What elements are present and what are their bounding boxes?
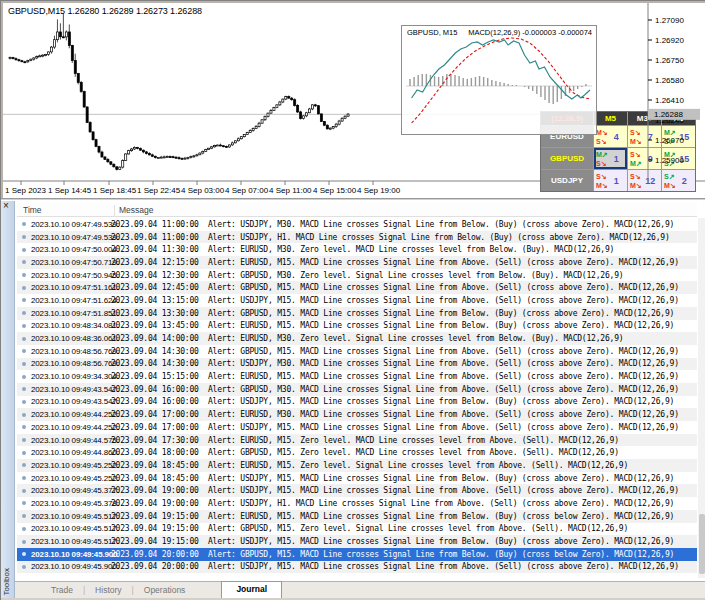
tab-operations[interactable]: Operations	[134, 583, 196, 598]
journal-row[interactable]: 2023.10.10 09:49:45.2522023.09.04 18:45:…	[17, 459, 697, 472]
journal-scrollbar[interactable]	[698, 218, 705, 578]
m-down-arrow-icon: M↘	[630, 181, 642, 190]
journal-row[interactable]: 2023.10.10 09:49:43.5472023.09.04 16:00:…	[17, 383, 697, 396]
journal-event-icon	[22, 425, 26, 429]
journal-row[interactable]: 2023.10.10 09:49:45.3772023.09.04 19:00:…	[17, 484, 697, 497]
journal-row[interactable]: 2023.10.10 09:48:34.0812023.09.04 13:45:…	[17, 320, 697, 333]
journal-message: 2023.09.04 16:00:00 Alert: GBPUSD, M30. …	[111, 385, 697, 394]
journal-row[interactable]: 2023.10.10 09:47:49.5392023.09.04 11:00:…	[17, 218, 697, 231]
journal-time: 2023.10.10 09:47:50.004	[31, 245, 111, 254]
journal-row[interactable]: 2023.10.10 09:47:50.0042023.09.04 11:30:…	[17, 243, 697, 256]
journal-row[interactable]: 2023.10.10 09:49:44.5752023.09.04 17:30:…	[17, 434, 697, 447]
journal-row[interactable]: 2023.10.10 09:47:51.8512023.09.04 13:30:…	[17, 307, 697, 320]
journal-event-icon	[22, 362, 26, 366]
matrix-header-H1[interactable]: H1	[662, 112, 695, 125]
journal-time: 2023.10.10 09:49:44.252	[31, 410, 111, 419]
price-chart-window[interactable]: 1 Sep 20231 Sep 14:451 Sep 18:451 Sep 22…	[1, 1, 705, 198]
journal-event-icon	[22, 565, 26, 569]
m-down-arrow-icon: M↘	[596, 181, 608, 190]
journal-row[interactable]: 2023.10.10 09:49:45.9002023.09.04 20:00:…	[17, 561, 697, 574]
tab-journal[interactable]: Journal	[221, 581, 282, 598]
matrix-cell-GBPUSD-M5[interactable]: M↗S↘1	[594, 148, 627, 169]
m-up-arrow-icon: M↗	[596, 150, 608, 159]
column-header-message[interactable]: Message	[114, 205, 154, 217]
matrix-cell-EURUSD-M30[interactable]: S↘M↘7	[628, 126, 661, 147]
matrix-cell-USDJPY-M5[interactable]: S↘M↘1	[594, 170, 627, 191]
journal-row[interactable]: 2023.10.10 09:47:50.7192023.09.04 12:15:…	[17, 256, 697, 269]
journal-message: 2023.09.04 17:00:00 Alert: USDJPY, M15. …	[111, 423, 697, 432]
matrix-cell-EURUSD-H1[interactable]: M↗S↗15	[662, 126, 695, 147]
journal-event-icon	[22, 527, 26, 531]
journal-message: 2023.09.04 17:00:00 Alert: EURUSD, M30. …	[111, 410, 697, 419]
journal-time: 2023.10.10 09:49:44.252	[31, 423, 111, 432]
journal-message: 2023.09.04 11:00:00 Alert: USDJPY, M30. …	[111, 220, 697, 229]
journal-row[interactable]: 2023.10.10 09:48:56.7692023.09.04 14:30:…	[17, 345, 697, 358]
journal-time: 2023.10.10 09:47:50.945	[31, 271, 111, 280]
matrix-cell-GBPUSD-M30[interactable]: S↘M↗9	[628, 148, 661, 169]
tab-trade[interactable]: Trade	[41, 583, 83, 598]
m-up-arrow-icon: M↗	[630, 159, 642, 168]
journal-row[interactable]: 2023.10.10 09:49:45.5172023.09.04 19:15:…	[17, 523, 697, 536]
journal-row[interactable]: 2023.10.10 09:49:44.2522023.09.04 17:00:…	[17, 408, 697, 421]
journal-row[interactable]: 2023.10.10 09:49:45.5172023.09.04 19:15:…	[17, 535, 697, 548]
journal-message: 2023.09.04 14:00:00 Alert: EURUSD, M30. …	[111, 334, 697, 343]
m-up-arrow-icon: M↗	[664, 128, 676, 137]
journal-event-icon	[22, 298, 26, 302]
m-down-arrow-icon: M↘	[596, 128, 608, 137]
journal-event-icon	[22, 451, 26, 455]
matrix-cell-value: 15	[676, 132, 693, 142]
matrix-cell-GBPUSD-H1[interactable]: M↗S↗15	[662, 148, 695, 169]
journal-time: 2023.10.10 09:49:34.304	[31, 372, 111, 381]
journal-row[interactable]: 2023.10.10 09:48:56.7692023.09.04 14:30:…	[17, 358, 697, 371]
journal-row[interactable]: 2023.10.10 09:47:49.5392023.09.04 11:00:…	[17, 231, 697, 244]
journal-message: 2023.09.04 19:15:00 Alert: USDJPY, M15. …	[111, 537, 697, 546]
journal-message: 2023.09.04 19:00:00 Alert: USDJPY, H1. M…	[111, 499, 697, 508]
journal-row[interactable]: 2023.10.10 09:49:45.3782023.09.04 19:00:…	[17, 497, 697, 510]
scrollbar-thumb[interactable]	[699, 514, 705, 574]
journal-time: 2023.10.10 09:47:51.851	[31, 309, 111, 318]
toolbox-vertical-label: Toolbox	[2, 568, 11, 596]
journal-row[interactable]: 2023.10.10 09:47:51.6242023.09.04 13:15:…	[17, 294, 697, 307]
journal-event-icon	[22, 540, 26, 544]
journal-time: 2023.10.10 09:47:51.624	[31, 296, 111, 305]
journal-event-icon	[22, 222, 26, 226]
matrix-cell-USDJPY-H1[interactable]: S↗M↘2	[662, 170, 695, 191]
matrix-cell-EURUSD-M5[interactable]: M↘S↘4	[594, 126, 627, 147]
journal-event-icon	[22, 273, 26, 277]
journal-row[interactable]: 2023.10.10 09:49:44.2522023.09.04 17:00:…	[17, 421, 697, 434]
matrix-symbol-GBPUSD[interactable]: GBPUSD	[541, 148, 593, 169]
journal-message: 2023.09.04 17:30:00 Alert: EURUSD, M15. …	[111, 436, 697, 445]
journal-row[interactable]: 2023.10.10 09:49:44.8602023.09.04 18:00:…	[17, 446, 697, 459]
macd-chart	[402, 26, 596, 134]
column-header-time[interactable]: Time	[23, 205, 42, 215]
journal-message: 2023.09.04 19:15:00 Alert: GBPUSD, M15. …	[111, 524, 697, 533]
journal-time: 2023.10.10 09:48:56.769	[31, 359, 111, 368]
journal-event-icon	[22, 501, 26, 505]
journal-message: 2023.09.04 14:30:00 Alert: GBPUSD, M15. …	[111, 347, 697, 356]
chart-title-ohlc: GBPUSD,M15 1.26280 1.26289 1.26273 1.262…	[8, 6, 202, 16]
close-icon[interactable]: ×	[3, 201, 9, 211]
journal-event-icon	[22, 248, 26, 252]
matrix-header-M30[interactable]: M30	[628, 112, 661, 125]
matrix-cell-USDJPY-M30[interactable]: S↘M↘12	[628, 170, 661, 191]
journal-row[interactable]: 2023.10.10 09:48:36.0612023.09.04 14:00:…	[17, 332, 697, 345]
matrix-cell-value: 2	[676, 176, 693, 186]
journal-row[interactable]: 2023.10.10 09:49:34.3042023.09.04 15:15:…	[17, 370, 697, 383]
macd-indicator-inset[interactable]: GBPUSD, M15 MACD(12,26,9) -0.000003 -0.0…	[401, 25, 597, 135]
journal-row[interactable]: 2023.10.10 09:49:45.2522023.09.04 18:45:…	[17, 472, 697, 485]
matrix-header-M5[interactable]: M5	[594, 112, 627, 125]
journal-row[interactable]: 2023.10.10 09:49:45.5172023.09.04 19:15:…	[17, 510, 697, 523]
journal-row[interactable]: 2023.10.10 09:47:50.9452023.09.04 12:30:…	[17, 269, 697, 282]
journal-event-icon	[22, 463, 26, 467]
journal-message: 2023.09.04 20:00:00 Alert: USDJPY, M15. …	[111, 562, 697, 571]
terminal-window: 1 Sep 20231 Sep 14:451 Sep 18:451 Sep 22…	[0, 0, 705, 600]
tab-history[interactable]: History	[85, 583, 131, 598]
journal-event-icon	[22, 311, 26, 315]
journal-time: 2023.10.10 09:49:45.252	[31, 461, 111, 470]
journal-time: 2023.10.10 09:49:45.517	[31, 537, 111, 546]
journal-row[interactable]: 2023.10.10 09:47:51.1612023.09.04 12:45:…	[17, 281, 697, 294]
journal-row[interactable]: 2023.10.10 09:49:43.5472023.09.04 16:00:…	[17, 396, 697, 409]
journal-row-selected[interactable]: 2023.10.10 09:49:45.9002023.09.04 20:00:…	[17, 548, 697, 561]
matrix-symbol-USDJPY[interactable]: USDJPY	[541, 170, 593, 191]
s-down-arrow-icon: S↘	[596, 172, 608, 181]
